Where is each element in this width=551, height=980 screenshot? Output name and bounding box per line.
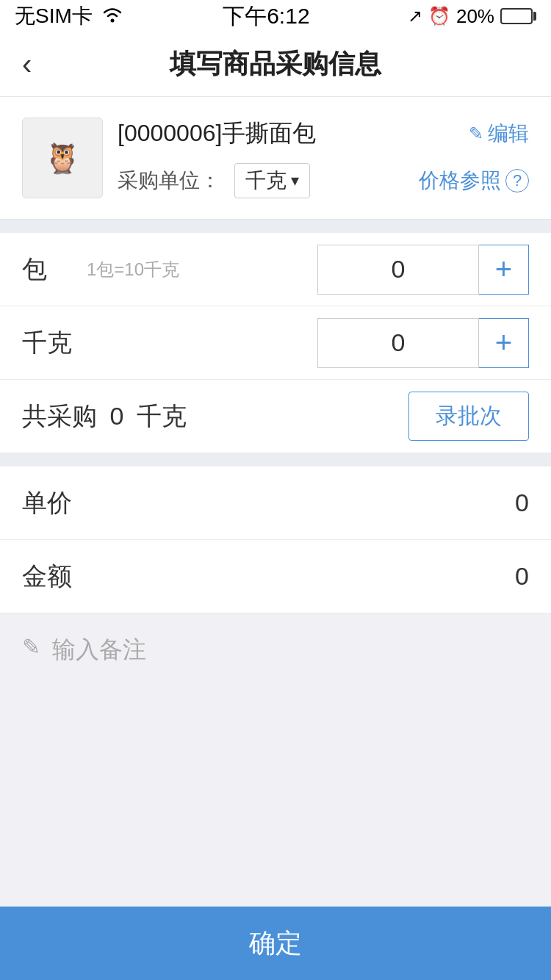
input-section: 包 1包=10千克 + 千克 + [0,233,551,380]
bag-input-group: + [317,245,529,295]
product-name-row: [0000006]手撕面包 ✎ 编辑 [118,118,529,150]
summary-value: 0 [109,402,123,430]
status-left: 无SIM卡 [15,2,125,30]
alarm-icon: ⏰ [428,6,450,26]
chevron-down-icon: ▾ [291,171,299,190]
unit-price-label: 单价 [22,486,72,520]
batch-button[interactable]: 录批次 [408,392,529,441]
page-title: 填写商品采购信息 [170,46,381,82]
product-card: 🦉 [0000006]手撕面包 ✎ 编辑 采购单位： 千克 ▾ 价格参照 ? [0,97,551,220]
kg-plus-button[interactable]: + [479,318,529,368]
price-ref-button[interactable]: 价格参照 ? [419,167,529,195]
bag-plus-button[interactable]: + [479,245,529,295]
confirm-label: 确定 [249,926,302,962]
amount-row: 金额 0 [0,540,551,613]
product-logo: 🦉 [44,143,81,173]
bag-label: 包 [22,253,81,287]
price-info-section: 单价 0 金额 0 [0,466,551,613]
product-info: [0000006]手撕面包 ✎ 编辑 采购单位： 千克 ▾ 价格参照 ? [118,118,529,198]
status-right: ↗ ⏰ 20% [408,5,536,28]
summary-row: 共采购 0 千克 录批次 [0,380,551,453]
carrier-label: 无SIM卡 [15,2,93,30]
location-icon: ↗ [408,6,422,26]
kg-input-group: + [317,318,529,368]
remark-placeholder: 输入备注 [52,634,146,666]
edit-button[interactable]: ✎ 编辑 [469,120,529,148]
amount-value: 0 [515,562,529,591]
section-divider-1 [0,220,551,233]
unit-row: 采购单位： 千克 ▾ 价格参照 ? [118,163,529,198]
remark-section[interactable]: ✎ 输入备注 [0,613,551,746]
battery-percent: 20% [456,5,494,28]
svg-point-0 [110,18,114,22]
section-divider-2 [0,453,551,466]
unit-label-group: 采购单位： 千克 ▾ [118,163,310,198]
product-name: [0000006]手撕面包 [118,118,316,150]
kg-quantity-row: 千克 + [0,306,551,380]
edit-icon: ✎ [469,123,483,144]
status-bar: 无SIM卡 下午6:12 ↗ ⏰ 20% [0,0,551,32]
amount-label: 金额 [22,560,72,594]
unit-label: 采购单位： [118,169,220,192]
unit-price-value: 0 [515,489,529,517]
unit-select[interactable]: 千克 ▾ [234,163,310,198]
bottom-spacer [0,746,551,819]
summary-text: 共采购 0 千克 [22,400,187,433]
nav-bar: ‹ 填写商品采购信息 [0,32,551,97]
unit-price-row: 单价 0 [0,466,551,540]
bag-sublabel: 1包=10千克 [87,258,317,281]
battery-icon [500,8,536,24]
confirm-button[interactable]: 确定 [0,907,551,980]
pencil-icon: ✎ [22,634,40,660]
bag-quantity-input[interactable] [317,245,479,295]
status-time: 下午6:12 [223,1,309,32]
kg-label: 千克 [22,326,81,360]
kg-quantity-input[interactable] [317,318,479,368]
bag-quantity-row: 包 1包=10千克 + [0,233,551,306]
info-icon: ? [505,169,529,192]
wifi-icon [100,4,125,29]
back-button[interactable]: ‹ [22,48,32,81]
product-thumbnail: 🦉 [22,118,103,198]
